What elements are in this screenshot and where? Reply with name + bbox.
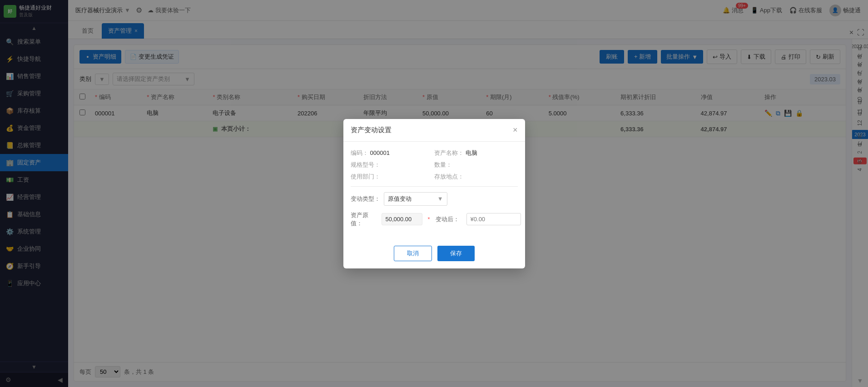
asset-name-label: 资产名称： — [434, 149, 464, 157]
code-label: 编码： — [351, 149, 368, 157]
required-star: * — [428, 216, 430, 223]
change-type-chevron: ▼ — [437, 195, 443, 202]
asset-value-row: 资产原值： 50,000.00 * 变动后： — [351, 211, 518, 228]
modal-footer: 取消 保存 — [343, 240, 525, 268]
code-value: 000001 — [370, 149, 390, 156]
modal-title: 资产变动设置 — [351, 126, 392, 134]
spec-label: 规格型号： — [351, 161, 380, 169]
modal-info-grid: 编码： 000001 资产名称： 电脑 规格型号： 数量： 使用部门： — [351, 149, 518, 181]
modal-header: 资产变动设置 × — [343, 119, 525, 142]
change-type-row: 变动类型： 原值变动 ▼ — [351, 192, 518, 206]
location-label: 存放地点： — [434, 173, 464, 181]
info-quantity-row: 数量： — [434, 161, 518, 169]
quantity-label: 数量： — [434, 161, 452, 169]
asset-name-value: 电脑 — [466, 149, 477, 157]
asset-change-modal: 资产变动设置 × 编码： 000001 资产名称： 电脑 规格型号： 数量： — [343, 119, 525, 268]
after-change-input[interactable] — [466, 213, 521, 225]
info-code-row: 编码： 000001 — [351, 149, 434, 157]
info-spec-row: 规格型号： — [351, 161, 434, 169]
cancel-btn[interactable]: 取消 — [394, 246, 432, 261]
asset-value-label: 资产原值： — [351, 211, 378, 228]
modal-divider — [351, 186, 518, 187]
asset-value-display: 50,000.00 — [382, 213, 422, 225]
change-type-select[interactable]: 原值变动 ▼ — [384, 192, 447, 206]
modal-close-btn[interactable]: × — [513, 125, 518, 135]
info-dept-row: 使用部门： — [351, 173, 434, 181]
modal-body: 编码： 000001 资产名称： 电脑 规格型号： 数量： 使用部门： — [343, 142, 525, 240]
info-asset-name-row: 资产名称： 电脑 — [434, 149, 518, 157]
dept-label: 使用部门： — [351, 173, 380, 181]
after-change-label: 变动后： — [436, 215, 463, 223]
modal-overlay[interactable]: 资产变动设置 × 编码： 000001 资产名称： 电脑 规格型号： 数量： — [0, 0, 868, 387]
change-type-label: 变动类型： — [351, 195, 380, 203]
info-location-row: 存放地点： — [434, 173, 518, 181]
save-btn[interactable]: 保存 — [437, 246, 475, 261]
